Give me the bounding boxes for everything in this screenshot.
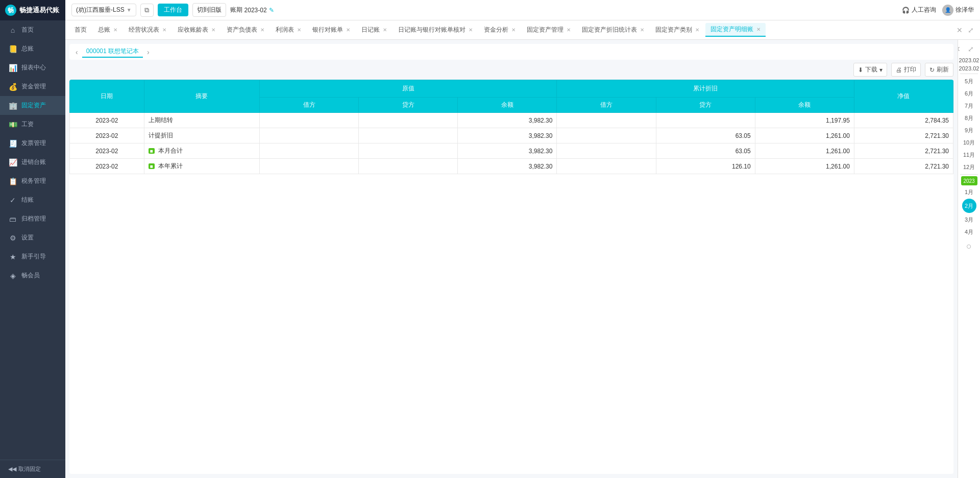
- tab-ledger-label: 总账: [98, 26, 110, 34]
- tabbar: 首页 总账 ✕ 经营状况表 ✕ 应收账龄表 ✕ 资产负债表 ✕ 利润表 ✕ 银行…: [65, 20, 980, 40]
- month-9[interactable]: 9月: [960, 125, 978, 136]
- tab-balance[interactable]: 资产负债表 ✕: [222, 23, 270, 36]
- scroll-down-icon[interactable]: ○: [966, 238, 972, 255]
- table-row: 2023-02 ■ 本月合计 3,982.30 63.05 1,261.00: [70, 144, 953, 159]
- month-11[interactable]: 11月: [960, 149, 978, 160]
- th-acc-credit: 贷方: [656, 98, 755, 113]
- month-5[interactable]: 5月: [960, 76, 978, 87]
- tab-journal-close[interactable]: ✕: [383, 27, 387, 33]
- sidebar-item-archive[interactable]: 🗃 归档管理: [0, 209, 65, 228]
- old-version-button[interactable]: 切到旧版: [192, 3, 226, 17]
- sidebar-item-sales[interactable]: 📈 进销台账: [0, 153, 65, 172]
- tab-ledger-close[interactable]: ✕: [113, 27, 117, 33]
- tab-fixed-mgmt-close[interactable]: ✕: [567, 27, 571, 33]
- tab-receivable[interactable]: 应收账龄表 ✕: [173, 23, 220, 36]
- expand-tabs-icon[interactable]: ⤢: [966, 26, 976, 34]
- current-asset-tab[interactable]: 000001 联想笔记本: [82, 46, 143, 58]
- month-12[interactable]: 12月: [960, 161, 978, 173]
- month-3[interactable]: 3月: [960, 214, 978, 225]
- tab-ledger[interactable]: 总账 ✕: [93, 23, 122, 36]
- sidebar-item-fixed-assets[interactable]: 🏢 固定资产: [0, 96, 65, 115]
- fixed-asset-detail-table: 日期 摘要 原值 累计折旧 净值: [69, 80, 953, 174]
- help-button[interactable]: 🎧 人工咨询: [902, 6, 936, 14]
- report-icon: 📊: [8, 64, 17, 72]
- tab-fund[interactable]: 资金分析 ✕: [479, 23, 521, 36]
- sidebar-item-ledger[interactable]: 📒 总账: [0, 39, 65, 58]
- tab-journal-bank-close[interactable]: ✕: [469, 27, 473, 33]
- tab-fixed-depreciation-close[interactable]: ✕: [640, 27, 644, 33]
- settings-icon: ⚙: [8, 234, 17, 242]
- download-button[interactable]: ⬇ 下载 ▾: [853, 63, 887, 77]
- month-7[interactable]: 7月: [960, 100, 978, 111]
- tab-fixed-detail-close[interactable]: ✕: [756, 27, 761, 32]
- tab-balance-close[interactable]: ✕: [260, 27, 264, 33]
- month-2-active[interactable]: 2月: [962, 199, 976, 213]
- tab-home[interactable]: 首页: [69, 23, 92, 36]
- refresh-icon: ↻: [929, 66, 935, 74]
- tab-profit[interactable]: 利润表 ✕: [271, 23, 306, 36]
- month-8[interactable]: 8月: [960, 112, 978, 124]
- close-accounts-icon: ✓: [8, 196, 17, 204]
- tab-fixed-depreciation[interactable]: 固定资产折旧统计表 ✕: [577, 23, 649, 36]
- tab-fixed-category-close[interactable]: ✕: [695, 27, 699, 33]
- sidebar-item-label: 进销台账: [21, 158, 46, 166]
- tab-operation-close[interactable]: ✕: [162, 27, 166, 33]
- tab-profit-close[interactable]: ✕: [297, 27, 301, 33]
- row-acc-balance: 1,261.00: [755, 128, 854, 144]
- row-balance: 3,982.30: [458, 144, 557, 159]
- sidebar-item-label: 首页: [21, 26, 34, 34]
- tab-fixed-category[interactable]: 固定资产类别 ✕: [650, 23, 704, 36]
- sidebar-item-salary[interactable]: 💵 工资: [0, 115, 65, 134]
- sidebar-item-home[interactable]: ⌂ 首页: [0, 20, 65, 39]
- company-selector[interactable]: (劝)江西服垂-LSS ▼: [71, 4, 136, 16]
- sidebar-item-capital[interactable]: 💰 资金管理: [0, 77, 65, 96]
- row-date: 2023-02: [70, 128, 144, 144]
- month-6[interactable]: 6月: [960, 88, 978, 99]
- sidebar-item-member[interactable]: ◈ 畅会员: [0, 266, 65, 285]
- tab-bank-close[interactable]: ✕: [346, 27, 350, 33]
- month-10[interactable]: 10月: [960, 137, 978, 148]
- sub-nav: ‹ 000001 联想笔记本 ›: [69, 44, 953, 60]
- close-all-tabs-icon[interactable]: ✕: [954, 26, 965, 34]
- tab-fixed-detail-label: 固定资产明细账: [710, 25, 753, 34]
- user-menu[interactable]: 👤 徐泽华: [942, 5, 974, 16]
- tab-bank[interactable]: 银行对账单 ✕: [307, 23, 355, 36]
- tab-fixed-detail[interactable]: 固定资产明细账 ✕: [705, 23, 766, 37]
- period-edit-icon[interactable]: ✎: [269, 7, 274, 14]
- row-debit: [260, 144, 359, 159]
- sidebar-item-invoice[interactable]: 🧾 发票管理: [0, 134, 65, 153]
- tab-fixed-mgmt[interactable]: 固定资产管理 ✕: [522, 23, 576, 36]
- row-debit: [260, 159, 359, 174]
- sidebar-item-label: 畅会员: [21, 271, 40, 280]
- month-4[interactable]: 4月: [960, 226, 978, 237]
- refresh-button[interactable]: ↻ 刷新: [925, 63, 953, 77]
- toolbar: ⬇ 下载 ▾ 🖨 打印 ↻ 刷新: [69, 63, 953, 77]
- expand-right-panel-icon[interactable]: ⤢: [966, 43, 976, 55]
- sidebar-item-close[interactable]: ✓ 结账: [0, 190, 65, 209]
- workbench-button[interactable]: 工作台: [158, 4, 188, 16]
- sidebar-footer-unpin[interactable]: ◀◀ 取消固定: [0, 460, 65, 478]
- tab-journal[interactable]: 日记账 ✕: [356, 23, 392, 36]
- tab-fund-close[interactable]: ✕: [511, 27, 516, 33]
- month-1[interactable]: 1月: [960, 186, 978, 198]
- tab-journal-bank[interactable]: 日记账与银行对账单核对 ✕: [393, 23, 478, 36]
- topbar-right: 🎧 人工咨询 👤 徐泽华: [902, 5, 974, 16]
- table-row: 2023-02 上期结转 3,982.30 1,197.95 2,784.35: [70, 113, 953, 128]
- next-asset-button[interactable]: ›: [145, 47, 152, 57]
- tab-operation[interactable]: 经营状况表 ✕: [124, 23, 172, 36]
- sidebar-item-tax[interactable]: 📋 税务管理: [0, 172, 65, 190]
- close-right-panel-icon[interactable]: ✕: [958, 43, 963, 55]
- content-area: ‹ 000001 联想笔记本 › ⬇ 下载 ▾ 🖨 打印 ↻ 刷新: [65, 40, 980, 478]
- print-button[interactable]: 🖨 打印: [891, 63, 921, 77]
- prev-asset-button[interactable]: ‹: [74, 47, 80, 57]
- sidebar-item-report[interactable]: 📊 报表中心: [0, 58, 65, 77]
- row-acc-credit: 63.05: [656, 144, 755, 159]
- copy-icon-button[interactable]: ⧉: [140, 4, 154, 17]
- th-net-value: 净值: [854, 80, 953, 113]
- tab-receivable-close[interactable]: ✕: [211, 27, 215, 33]
- member-icon: ◈: [8, 272, 17, 280]
- sidebar-item-settings[interactable]: ⚙ 设置: [0, 228, 65, 247]
- row-net-value: 2,721.30: [854, 144, 953, 159]
- row-acc-debit: [557, 159, 656, 174]
- sidebar-item-guide[interactable]: ★ 新手引导: [0, 247, 65, 266]
